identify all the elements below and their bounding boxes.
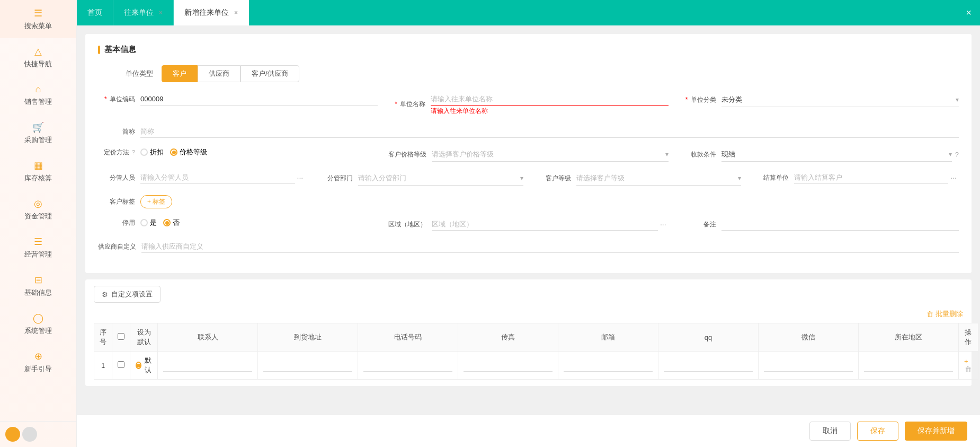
td-email[interactable] xyxy=(558,352,658,380)
tab-partners[interactable]: 往来单位 × xyxy=(113,0,174,25)
dept-select[interactable]: 请输入分管部门 ▾ xyxy=(358,171,523,186)
batch-delete-button[interactable]: 🗑 批量删除 xyxy=(926,309,963,319)
type-btn-customer[interactable]: 客户 xyxy=(162,65,198,82)
settings-gear-icon: ⚙ xyxy=(102,291,108,299)
tab-partners-label: 往来单位 xyxy=(124,8,154,17)
td-qq[interactable] xyxy=(658,352,759,380)
pricing-radio-discount[interactable]: 折扣 xyxy=(140,147,164,157)
form-row-1: * 单位编码 * 单位名称 请输入往来单位名称 xyxy=(98,93,959,116)
type-btn-supplier[interactable]: 供应商 xyxy=(198,65,240,82)
manager-dots[interactable]: ··· xyxy=(295,173,306,182)
row-phone-input[interactable] xyxy=(363,359,452,372)
manager-label: 分管人员 xyxy=(98,173,140,182)
disable-label: 停用 xyxy=(98,218,140,227)
tab-new-partner[interactable]: 新增往来单位 × xyxy=(174,0,249,25)
sidebar-item-guide[interactable]: ⊕ 新手引导 xyxy=(0,343,76,381)
tags-label: 客户标签 xyxy=(98,197,140,206)
sidebar-item-finance[interactable]: ◎ 资金管理 xyxy=(0,190,76,229)
system-icon: ◯ xyxy=(33,312,43,324)
payment-terms-help[interactable]: ? xyxy=(955,151,959,159)
short-name-input[interactable] xyxy=(140,125,959,138)
content-area: 基本信息 单位类型 客户 供应商 客户/供应商 * 单位编码 xyxy=(77,25,980,415)
customer-level-select[interactable]: 请选择客户等级 ▾ xyxy=(576,171,741,186)
row-qq-input[interactable] xyxy=(664,359,753,372)
tab-partners-close[interactable]: × xyxy=(159,9,163,16)
table-body: 1 默认 xyxy=(94,352,978,380)
row-region-input[interactable] xyxy=(864,359,953,372)
supplier-custom-input[interactable] xyxy=(141,240,959,253)
sidebar-item-sales[interactable]: ⌂ 销售管理 xyxy=(0,76,76,114)
tab-home[interactable]: 首页 xyxy=(77,0,113,25)
add-tag-button[interactable]: + 标签 xyxy=(140,195,172,208)
manager-input[interactable] xyxy=(140,171,295,184)
settlement-dots[interactable]: ··· xyxy=(948,173,959,182)
sidebar-item-purchase[interactable]: 🛒 采购管理 xyxy=(0,114,76,152)
payment-terms-select[interactable]: 现结 ▾ xyxy=(721,147,952,162)
section-title-text: 基本信息 xyxy=(104,45,136,55)
remark-input[interactable] xyxy=(721,218,959,231)
td-contact[interactable] xyxy=(158,352,258,380)
tab-new-partner-close[interactable]: × xyxy=(234,9,238,16)
unit-name-input[interactable] xyxy=(431,93,668,106)
region-dots[interactable]: ··· xyxy=(658,220,669,229)
sidebar-item-operations[interactable]: ☰ 经营管理 xyxy=(0,229,76,267)
unit-type-label: 单位类型 xyxy=(98,69,162,78)
td-phone[interactable] xyxy=(358,352,458,380)
row-checkbox[interactable] xyxy=(118,361,124,368)
row-address-input[interactable] xyxy=(263,359,352,372)
pricing-radio-price-level[interactable]: 价格等级 xyxy=(170,147,207,157)
th-checkbox-input[interactable] xyxy=(118,333,124,340)
type-btn-both[interactable]: 客户/供应商 xyxy=(240,65,299,82)
tab-bar: 首页 往来单位 × 新增往来单位 × × xyxy=(77,0,980,25)
payment-terms-chevron: ▾ xyxy=(949,151,952,158)
contact-table: 序号 设为默认 联系人 到货地址 电话号码 传真 邮箱 qq 微信 所在地区 xyxy=(94,323,978,380)
sidebar-label-search: 搜索菜单 xyxy=(24,21,52,31)
td-address[interactable] xyxy=(258,352,358,380)
th-fax: 传真 xyxy=(458,323,558,352)
sales-icon: ⌂ xyxy=(35,84,41,95)
form-row-2: 简称 xyxy=(98,125,959,138)
disable-no[interactable]: 否 xyxy=(163,218,180,227)
sidebar-item-system[interactable]: ◯ 系统管理 xyxy=(0,305,76,343)
th-qq: qq xyxy=(658,323,759,352)
td-region[interactable] xyxy=(859,352,959,380)
row-default-radio[interactable]: 默认 xyxy=(136,356,152,375)
row-add-btn[interactable]: + xyxy=(964,357,968,365)
disable-yes[interactable]: 是 xyxy=(140,218,157,227)
td-checkbox xyxy=(112,352,130,380)
td-wechat[interactable] xyxy=(759,352,859,380)
form-group-dept: 分管部门 请输入分管部门 ▾ xyxy=(316,171,523,186)
row-delete-btn[interactable]: 🗑 xyxy=(965,365,972,373)
th-region: 所在地区 xyxy=(859,323,959,352)
row-contact-input[interactable] xyxy=(163,359,252,372)
sidebar-label-quick-nav: 快捷导航 xyxy=(24,59,52,69)
unit-category-chevron: ▾ xyxy=(956,96,959,103)
region-input[interactable] xyxy=(432,218,658,231)
row-email-input[interactable] xyxy=(564,359,653,372)
sidebar-item-basic-info[interactable]: ⊟ 基础信息 xyxy=(0,267,76,305)
dept-chevron: ▾ xyxy=(520,174,523,182)
sidebar-label-purchase: 采购管理 xyxy=(24,135,52,145)
settlement-input[interactable] xyxy=(794,171,949,184)
customer-price-label: 客户价格等级 xyxy=(388,150,432,159)
sidebar-item-inventory[interactable]: ▦ 库存核算 xyxy=(0,152,76,190)
customer-price-select[interactable]: 请选择客户价格等级 ▾ xyxy=(432,147,668,162)
td-action: + 🗑 xyxy=(959,352,978,380)
tab-bar-close[interactable]: × xyxy=(966,7,980,19)
save-and-new-button[interactable]: 保存并新增 xyxy=(905,422,967,441)
basic-info-icon: ⊟ xyxy=(34,274,42,286)
row-wechat-input[interactable] xyxy=(764,359,853,372)
sidebar-item-search[interactable]: ☰ 搜索菜单 xyxy=(0,0,76,38)
td-seq: 1 xyxy=(94,352,112,380)
custom-settings-button[interactable]: ⚙ 自定义项设置 xyxy=(94,286,161,303)
row-fax-input[interactable] xyxy=(464,359,553,372)
inventory-icon: ▦ xyxy=(34,160,43,171)
unit-code-input[interactable] xyxy=(140,93,378,106)
finance-icon: ◎ xyxy=(34,198,42,209)
save-button[interactable]: 保存 xyxy=(857,422,898,441)
sidebar-item-quick-nav[interactable]: △ 快捷导航 xyxy=(0,38,76,76)
td-fax[interactable] xyxy=(458,352,558,380)
cancel-button[interactable]: 取消 xyxy=(809,422,851,441)
unit-category-select[interactable]: 未分类 ▾ xyxy=(721,93,959,107)
form-group-supplier-custom: 供应商自定义 xyxy=(98,240,959,253)
